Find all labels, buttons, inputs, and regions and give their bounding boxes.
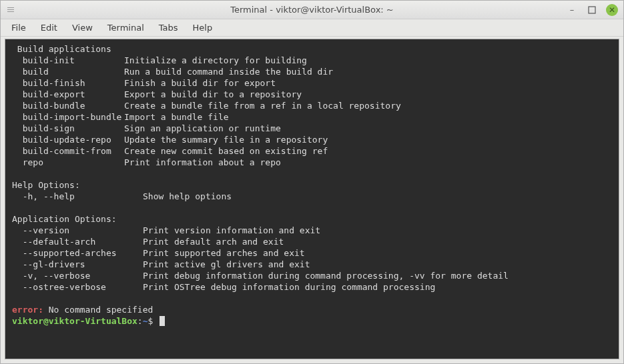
section-header: Build applications <box>12 43 612 55</box>
output-row: build-commit-fromCreate new commit based… <box>12 145 612 157</box>
command-key: build-init <box>12 55 124 66</box>
app-options-list: --versionPrint version information and e… <box>12 225 612 293</box>
prompt-user: viktor@viktor-VirtualBox <box>12 316 137 326</box>
output-row: build-initInitialize a directory for bui… <box>12 55 612 66</box>
command-key: -v, --verbose <box>12 270 143 281</box>
help-header: Help Options: <box>12 179 612 191</box>
error-text: No command specified <box>43 305 153 315</box>
drag-handle-icon <box>7 7 14 12</box>
blank-line <box>12 293 612 304</box>
output-row: --supported-archesPrint supported arches… <box>12 247 612 259</box>
command-desc: Finish a build dir for export <box>124 77 276 89</box>
menu-help[interactable]: Help <box>186 21 220 35</box>
titlebar[interactable]: Terminal - viktor@viktor-VirtualBox: ~ –… <box>1 1 623 19</box>
prompt-dollar: $ <box>148 316 159 326</box>
command-key: build <box>12 66 124 77</box>
close-button[interactable]: ✕ <box>606 4 618 16</box>
blank-line <box>12 168 612 179</box>
command-desc: Export a build dir to a repository <box>124 89 302 100</box>
command-key: -h, --help <box>12 191 143 202</box>
window-title: Terminal - viktor@viktor-VirtualBox: ~ <box>1 5 623 15</box>
command-desc: Print version information and exit <box>143 225 320 236</box>
error-prefix: error: <box>12 305 43 315</box>
terminal-output[interactable]: Build applications build-initInitialize … <box>5 39 619 359</box>
command-desc: Create a bundle file from a ref in a loc… <box>124 100 401 111</box>
menubar: File Edit View Terminal Tabs Help <box>1 19 623 37</box>
svg-rect-0 <box>589 7 595 13</box>
command-desc: Print OSTree debug information during co… <box>143 281 435 293</box>
minimize-button[interactable]: – <box>566 4 578 16</box>
command-desc: Print debug information during command p… <box>143 270 509 281</box>
output-row: buildRun a build command inside the buil… <box>12 66 612 77</box>
output-row: --default-archPrint default arch and exi… <box>12 236 612 247</box>
command-key: --ostree-verbose <box>12 281 143 293</box>
output-row: build-import-bundleImport a bundle file <box>12 111 612 123</box>
error-line: error: No command specified <box>12 304 612 315</box>
command-key: build-bundle <box>12 100 124 111</box>
command-desc: Run a build command inside the build dir <box>124 66 333 77</box>
output-row: repoPrint information about a repo <box>12 157 612 168</box>
help-options-list: -h, --helpShow help options <box>12 191 612 202</box>
output-row: --gl-driversPrint active gl drivers and … <box>12 259 612 270</box>
window-controls: – ✕ <box>566 4 618 16</box>
output-row: --versionPrint version information and e… <box>12 225 612 236</box>
output-row: build-bundleCreate a bundle file from a … <box>12 100 612 111</box>
command-desc: Sign an application or runtime <box>124 123 281 134</box>
prompt-path: ~ <box>143 316 148 326</box>
menu-tabs[interactable]: Tabs <box>152 21 185 35</box>
output-row: build-signSign an application or runtime <box>12 123 612 134</box>
command-desc: Print active gl drivers and exit <box>143 259 310 270</box>
command-desc: Print supported arches and exit <box>143 247 305 259</box>
command-key: --supported-arches <box>12 247 143 259</box>
output-row: build-finishFinish a build dir for expor… <box>12 77 612 89</box>
command-key: --default-arch <box>12 236 143 247</box>
cursor-icon <box>160 316 165 326</box>
command-desc: Show help options <box>143 191 232 202</box>
command-desc: Print default arch and exit <box>143 236 284 247</box>
command-desc: Import a bundle file <box>124 111 229 123</box>
output-row: -v, --verbosePrint debug information dur… <box>12 270 612 281</box>
command-key: build-finish <box>12 77 124 89</box>
command-key: build-update-repo <box>12 134 124 145</box>
command-key: --gl-drivers <box>12 259 143 270</box>
prompt-line[interactable]: viktor@viktor-VirtualBox:~$ <box>12 315 612 327</box>
output-row: --ostree-verbosePrint OSTree debug infor… <box>12 281 612 293</box>
command-key: build-commit-from <box>12 145 124 157</box>
app-header: Application Options: <box>12 213 612 225</box>
command-desc: Create new commit based on existing ref <box>124 145 328 157</box>
menu-terminal[interactable]: Terminal <box>101 21 151 35</box>
command-key: --version <box>12 225 143 236</box>
command-desc: Print information about a repo <box>124 157 281 168</box>
output-row: build-update-repoUpdate the summary file… <box>12 134 612 145</box>
menu-file[interactable]: File <box>5 21 33 35</box>
menu-edit[interactable]: Edit <box>34 21 64 35</box>
command-desc: Initialize a directory for building <box>124 55 307 66</box>
terminal-window: Terminal - viktor@viktor-VirtualBox: ~ –… <box>0 0 624 364</box>
blank-line <box>12 202 612 213</box>
command-key: build-sign <box>12 123 124 134</box>
output-row: build-exportExport a build dir to a repo… <box>12 89 612 100</box>
command-key: build-export <box>12 89 124 100</box>
maximize-button[interactable] <box>586 4 598 16</box>
prompt-sep: : <box>137 316 143 326</box>
menu-view[interactable]: View <box>65 21 99 35</box>
command-desc: Update the summary file in a repository <box>124 134 328 145</box>
output-row: -h, --helpShow help options <box>12 191 612 202</box>
command-key: repo <box>12 157 124 168</box>
build-commands-list: build-initInitialize a directory for bui… <box>12 55 612 168</box>
command-key: build-import-bundle <box>12 111 124 123</box>
